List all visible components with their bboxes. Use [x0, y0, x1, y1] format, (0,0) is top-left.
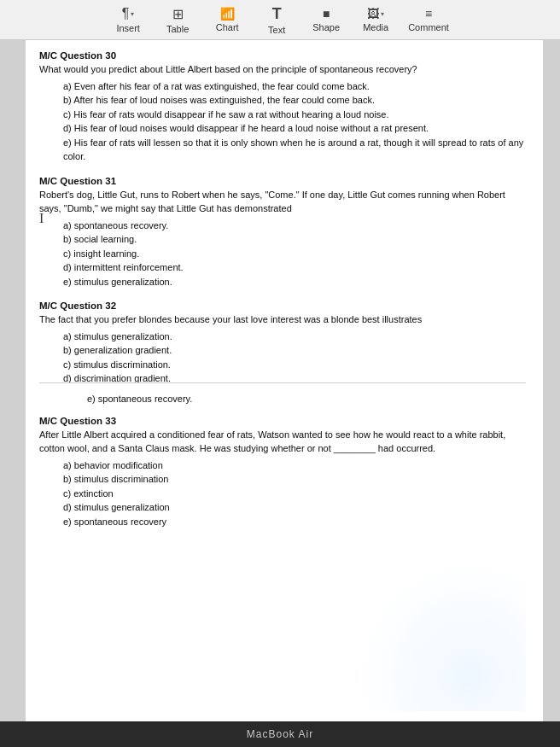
list-item: b) After his fear of loud noises was ext…: [63, 93, 526, 108]
question-31-block: M/C Question 31 Robert's dog, Little Gut…: [39, 176, 526, 289]
main-content[interactable]: M/C Question 30 What would you predict a…: [26, 40, 543, 721]
question-30-text: What would you predict about Little Albe…: [39, 62, 526, 77]
list-item: b) stimulus discrimination: [63, 472, 526, 487]
question-31-text: Robert's dog, Little Gut, runs to Robert…: [39, 188, 526, 216]
list-item: c) His fear of rats would disappear if h…: [63, 108, 526, 122]
question-33-answers: a) behavior modification b) stimulus dis…: [39, 458, 526, 529]
question-33-title: M/C Question 33: [39, 416, 526, 426]
partial-answer-text: e) spontaneous recovery.: [63, 394, 192, 404]
question-32-answers: a) stimulus generalization. b) generaliz…: [39, 330, 526, 384]
insert-label: Insert: [116, 23, 140, 33]
list-item: b) generalization gradient.: [63, 343, 526, 358]
question-32-block: M/C Question 32 The fact that you prefer…: [39, 301, 526, 383]
toolbar-shape[interactable]: ■ Shape: [309, 7, 343, 32]
media-chevron: ▾: [381, 10, 384, 18]
list-item: b) social learning.: [63, 232, 526, 247]
page-lower: e) spontaneous recovery. M/C Question 33…: [39, 383, 526, 711]
list-item: a) Even after his fear of a rat was exti…: [63, 79, 526, 94]
list-item: c) extinction: [63, 487, 526, 501]
list-item: a) stimulus generalization.: [63, 330, 526, 344]
shape-label: Shape: [312, 22, 340, 32]
comment-icon: ≡: [425, 7, 432, 20]
question-30-block: M/C Question 30 What would you predict a…: [39, 50, 526, 164]
list-item: e) spontaneous recovery: [63, 515, 526, 529]
question-33-text: After Little Albert acquired a condition…: [39, 428, 526, 456]
chart-label: Chart: [216, 22, 239, 32]
list-item: e) stimulus generalization.: [63, 275, 526, 289]
chart-icon: 📶: [220, 7, 235, 20]
list-item: e) His fear of rats will lessen so that …: [63, 136, 526, 164]
toolbar-table[interactable]: ⊞ Table: [160, 6, 195, 34]
list-item: d) stimulus generalization: [63, 500, 526, 515]
text-icon: T: [272, 5, 282, 23]
toolbar-text[interactable]: T Text: [260, 5, 294, 35]
left-margin: [0, 40, 26, 721]
question-32-title: M/C Question 32: [39, 301, 526, 311]
text-cursor: I: [39, 211, 44, 226]
page-upper: M/C Question 30 What would you predict a…: [39, 50, 526, 383]
macbook-label: MacBook Air: [247, 728, 313, 740]
insert-chevron: ▾: [131, 10, 134, 18]
list-item: a) spontaneous recovery.: [63, 219, 526, 233]
media-icon: 🖼: [367, 7, 379, 20]
list-item: c) insight learning.: [63, 247, 526, 261]
right-margin: [543, 40, 560, 721]
toolbar-insert[interactable]: ¶ ▾ Insert: [111, 6, 145, 33]
partial-answer: e) spontaneous recovery.: [39, 390, 526, 407]
table-label: Table: [166, 24, 189, 34]
toolbar-media[interactable]: 🖼 ▾ Media: [359, 7, 393, 32]
media-label: Media: [363, 22, 388, 32]
list-item: d) intermittent reinforcement.: [63, 260, 526, 275]
list-item: c) stimulus discrimination.: [63, 358, 526, 372]
list-item: d) discrimination gradient.: [63, 371, 526, 383]
table-icon: ⊞: [172, 6, 184, 22]
question-32-text: The fact that you prefer blondes because…: [39, 312, 526, 327]
shape-icon: ■: [323, 7, 330, 20]
toolbar-chart[interactable]: 📶 Chart: [210, 7, 244, 32]
document-area: M/C Question 30 What would you predict a…: [0, 40, 560, 721]
insert-icon: ¶: [122, 6, 130, 21]
text-label: Text: [268, 25, 285, 35]
question-31-title: M/C Question 31: [39, 176, 526, 186]
question-31-answers: a) spontaneous recovery. b) social learn…: [39, 219, 526, 289]
toolbar-comment[interactable]: ≡ Comment: [408, 7, 449, 32]
list-item: d) His fear of loud noises would disappe…: [63, 121, 526, 136]
toolbar: ¶ ▾ Insert ⊞ Table 📶 Chart T Text ■ Shap…: [0, 0, 560, 40]
question-30-title: M/C Question 30: [39, 50, 526, 61]
list-item: a) behavior modification: [63, 458, 526, 473]
question-33-block: M/C Question 33 After Little Albert acqu…: [39, 416, 526, 529]
bottom-bar: MacBook Air: [0, 721, 560, 747]
question-30-answers: a) Even after his fear of a rat was exti…: [39, 79, 526, 164]
comment-label: Comment: [408, 22, 449, 32]
